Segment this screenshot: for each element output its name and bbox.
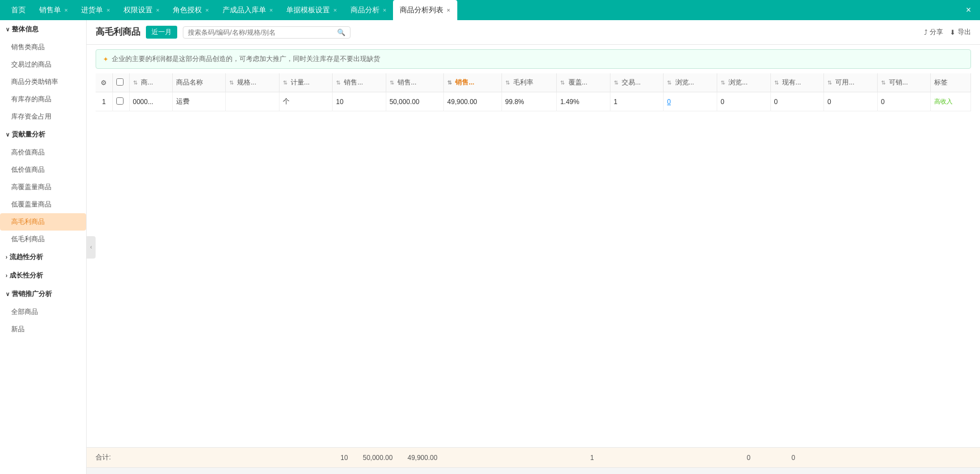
- sidebar-group-trend[interactable]: › 流趋性分析: [0, 248, 86, 266]
- browse1-link[interactable]: 0: [667, 98, 671, 106]
- cell-index: 1: [96, 92, 112, 111]
- info-banner: ✦ 企业的主要的利润都是这部分商品创造的，可考虑加大推广，同时关注库存是不要出现…: [96, 49, 971, 69]
- search-icon[interactable]: 🔍: [337, 29, 345, 36]
- sidebar-group-marketing[interactable]: ∨ 营销推广分析: [0, 285, 86, 303]
- row-checkbox[interactable]: [116, 97, 124, 105]
- share-button[interactable]: ⤴ 分享: [924, 27, 943, 37]
- nav-product-analysis[interactable]: 商品分析 ×: [344, 0, 393, 20]
- cell-sellable: 0: [877, 92, 931, 111]
- nav-role-auth[interactable]: 角色授权 ×: [166, 0, 215, 20]
- cell-browse2: 0: [717, 92, 770, 111]
- sort-icon-browse2[interactable]: ⇅: [721, 79, 725, 86]
- period-button[interactable]: 近一月: [146, 26, 177, 39]
- footer-empty2: [441, 454, 552, 462]
- sidebar-item-low-coverage[interactable]: 低覆盖量商品: [0, 196, 86, 213]
- close-product-analysis-list[interactable]: ×: [447, 7, 450, 13]
- nav-product-analysis-list[interactable]: 商品分析列表 ×: [393, 0, 457, 20]
- cell-browse1: 0: [664, 92, 717, 111]
- sort-icon-sales3[interactable]: ⇅: [447, 79, 452, 86]
- sidebar-group-overall[interactable]: ∨ 整体信息: [0, 20, 86, 39]
- sidebar-item-category-rate[interactable]: 商品分类助销率: [0, 73, 86, 91]
- content-header: 高毛利商品 近一月 🔍 ⤴ 分享 ⬇ 导出: [87, 20, 980, 45]
- footer-available: 0: [754, 454, 798, 462]
- arrow-contribution: ∨: [6, 132, 10, 138]
- arrow-trend: ›: [6, 254, 7, 260]
- search-input[interactable]: [188, 29, 337, 36]
- close-window-button[interactable]: ×: [962, 5, 976, 15]
- close-template-settings[interactable]: ×: [333, 7, 337, 13]
- sidebar-item-new-goods[interactable]: 新品: [0, 321, 86, 338]
- sidebar: ∨ 整体信息 销售类商品 交易过的商品 商品分类助销率 有库存的商品 库存资金占…: [0, 20, 87, 474]
- col-sales3: ⇅ 销售...: [444, 73, 501, 92]
- sort-icon-sales1[interactable]: ⇅: [336, 79, 340, 86]
- sort-icon-sellable[interactable]: ⇅: [881, 79, 886, 86]
- footer-current: 0: [709, 454, 754, 462]
- col-index: ⚙: [96, 73, 112, 92]
- cell-current: 0: [770, 92, 824, 111]
- footer-sales2: 50,000.00: [351, 454, 396, 462]
- sidebar-item-high-value[interactable]: 高价值商品: [0, 144, 86, 161]
- footer-empty: [122, 454, 306, 462]
- close-product-analysis[interactable]: ×: [383, 7, 386, 13]
- nav-sales-order[interactable]: 销售单 ×: [32, 0, 74, 20]
- sidebar-item-low-margin[interactable]: 低毛利商品: [0, 231, 86, 248]
- sort-icon-gross[interactable]: ⇅: [505, 79, 510, 86]
- nav-purchase-order[interactable]: 进货单 ×: [74, 0, 116, 20]
- export-icon: ⬇: [950, 29, 955, 36]
- cell-checkbox: [112, 92, 129, 111]
- sidebar-item-high-coverage[interactable]: 高覆盖量商品: [0, 179, 86, 196]
- select-all-checkbox[interactable]: [116, 78, 124, 86]
- sort-icon-sales2[interactable]: ⇅: [390, 79, 394, 86]
- cell-sales1: 10: [333, 92, 386, 111]
- sidebar-item-in-stock[interactable]: 有库存的商品: [0, 91, 86, 108]
- close-permission-settings[interactable]: ×: [156, 7, 159, 13]
- close-purchase-order[interactable]: ×: [106, 7, 110, 13]
- footer-label: 合计:: [96, 453, 111, 462]
- nav-home[interactable]: 首页: [4, 0, 32, 20]
- col-browse2: ⇅ 浏览...: [717, 73, 770, 92]
- col-sales1: ⇅ 销售...: [333, 73, 386, 92]
- sidebar-item-sales-goods[interactable]: 销售类商品: [0, 39, 86, 56]
- sidebar-item-traded-goods[interactable]: 交易过的商品: [0, 56, 86, 73]
- col-spec: ⇅ 规格...: [225, 73, 279, 92]
- footer-totals: 合计: 10 50,000.00 49,900.00 1 0 0: [87, 447, 980, 467]
- sort-icon-coverage[interactable]: ⇅: [560, 79, 565, 86]
- sort-icon-current[interactable]: ⇅: [774, 79, 779, 86]
- sidebar-item-high-margin[interactable]: 高毛利商品: [0, 213, 86, 231]
- footer-cells: 10 50,000.00 49,900.00 1 0 0: [122, 454, 798, 462]
- cell-available: 0: [824, 92, 878, 111]
- sort-icon-browse1[interactable]: ⇅: [667, 79, 671, 86]
- col-available: ⇅ 可用...: [824, 73, 878, 92]
- nav-permission-settings[interactable]: 权限设置 ×: [117, 0, 166, 20]
- close-sales-order[interactable]: ×: [64, 7, 68, 13]
- col-coverage: ⇅ 覆盖...: [557, 73, 610, 92]
- nav-template-settings[interactable]: 单据模板设置 ×: [280, 0, 343, 20]
- sort-icon-transaction[interactable]: ⇅: [614, 79, 618, 86]
- col-browse1: ⇅ 浏览...: [664, 73, 717, 92]
- footer-sales1: 10: [306, 454, 351, 462]
- sidebar-item-all-goods[interactable]: 全部商品: [0, 303, 86, 321]
- footer-empty3: [597, 454, 709, 462]
- sidebar-collapse-button[interactable]: ‹: [87, 236, 96, 259]
- horizontal-scrollbar[interactable]: [87, 467, 980, 474]
- close-product-inbound[interactable]: ×: [269, 7, 273, 13]
- share-icon: ⤴: [924, 29, 927, 36]
- top-navigation: 首页 销售单 × 进货单 × 权限设置 × 角色授权 × 产成品入库单 × 单据…: [0, 0, 980, 20]
- sort-icon[interactable]: ⇅: [133, 79, 138, 86]
- sidebar-group-contribution[interactable]: ∨ 贡献量分析: [0, 125, 86, 144]
- sort-icon-available[interactable]: ⇅: [827, 79, 832, 86]
- header-actions: ⤴ 分享 ⬇ 导出: [924, 27, 971, 37]
- sidebar-group-growth[interactable]: › 成长性分析: [0, 266, 86, 285]
- sort-icon-unit[interactable]: ⇅: [283, 79, 287, 86]
- table-header-row: ⚙ ⇅ 商... 商品名称: [96, 73, 971, 92]
- close-role-auth[interactable]: ×: [205, 7, 209, 13]
- settings-icon[interactable]: ⚙: [101, 79, 107, 87]
- sidebar-item-stock-capital[interactable]: 库存资金占用: [0, 108, 86, 125]
- col-sellable: ⇅ 可销...: [877, 73, 931, 92]
- nav-product-inbound[interactable]: 产成品入库单 ×: [216, 0, 280, 20]
- cell-coverage: 1.49%: [557, 92, 610, 111]
- export-button[interactable]: ⬇ 导出: [950, 27, 971, 37]
- sidebar-item-low-value[interactable]: 低价值商品: [0, 161, 86, 179]
- sort-icon-spec[interactable]: ⇅: [229, 79, 234, 86]
- cell-name: 运费: [172, 92, 225, 111]
